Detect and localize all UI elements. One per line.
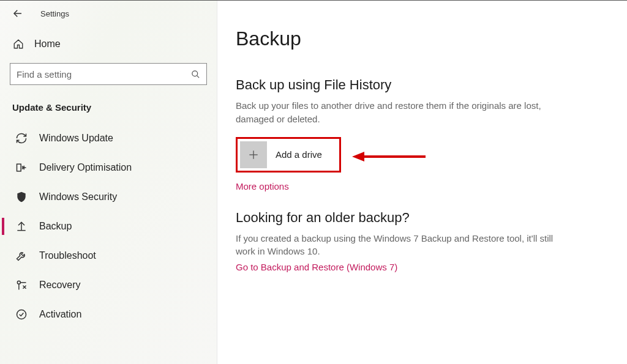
sidebar-header: Settings	[0, 4, 217, 30]
back-arrow-icon[interactable]	[12, 8, 23, 19]
section-heading-file-history: Back up using File History	[236, 77, 603, 93]
plus-icon	[240, 141, 267, 168]
more-options-link[interactable]: More options	[236, 181, 289, 191]
window-title: Settings	[40, 9, 69, 18]
page-title: Backup	[236, 28, 603, 50]
sidebar-item-troubleshoot[interactable]: Troubleshoot	[0, 241, 217, 270]
svg-point-7	[17, 310, 26, 319]
sidebar-item-recovery[interactable]: Recovery	[0, 270, 217, 300]
sidebar-item-label: Windows Update	[39, 133, 113, 144]
recovery-icon	[15, 279, 28, 291]
sidebar-item-delivery-optimisation[interactable]: Delivery Optimisation	[0, 153, 217, 182]
sidebar: Settings Home Update & Security	[0, 1, 217, 364]
svg-line-2	[197, 75, 199, 78]
sidebar-item-windows-security[interactable]: Windows Security	[0, 182, 217, 212]
delivery-icon	[15, 162, 28, 174]
check-circle-icon	[15, 308, 28, 321]
search-box[interactable]	[10, 63, 207, 85]
add-drive-label: Add a drive	[267, 149, 322, 160]
sidebar-item-label: Troubleshoot	[39, 250, 96, 261]
backup-restore-link[interactable]: Go to Backup and Restore (Windows 7)	[236, 262, 397, 272]
backup-icon	[15, 220, 28, 232]
sidebar-item-label: Recovery	[39, 280, 81, 291]
sidebar-item-label: Backup	[39, 221, 72, 232]
sidebar-item-label: Activation	[39, 309, 81, 320]
svg-rect-3	[17, 164, 21, 171]
search-input[interactable]	[17, 69, 191, 80]
section-description-file-history: Back up your files to another drive and …	[236, 99, 554, 126]
wrench-icon	[15, 250, 28, 262]
home-icon	[12, 39, 24, 50]
shield-icon	[15, 191, 28, 203]
section-description-older-backup: If you created a backup using the Window…	[236, 232, 554, 259]
sidebar-item-windows-update[interactable]: Windows Update	[0, 124, 217, 153]
main-content: Backup Back up using File History Back u…	[217, 1, 627, 364]
svg-marker-11	[352, 152, 364, 162]
sidebar-item-label: Windows Security	[39, 191, 117, 202]
svg-point-1	[192, 70, 198, 76]
svg-point-6	[17, 281, 20, 284]
category-heading: Update & Security	[0, 89, 217, 124]
sidebar-item-activation[interactable]: Activation	[0, 300, 217, 329]
search-icon	[191, 70, 200, 79]
sidebar-item-backup[interactable]: Backup	[0, 212, 217, 241]
home-button[interactable]: Home	[0, 30, 217, 58]
sidebar-item-label: Delivery Optimisation	[39, 162, 132, 173]
home-label: Home	[34, 39, 61, 50]
add-drive-wrap: Add a drive	[236, 137, 341, 173]
annotation-arrow	[352, 150, 419, 163]
refresh-icon	[15, 132, 28, 144]
section-heading-older-backup: Looking for an older backup?	[236, 210, 603, 226]
add-drive-button[interactable]: Add a drive	[236, 137, 341, 173]
